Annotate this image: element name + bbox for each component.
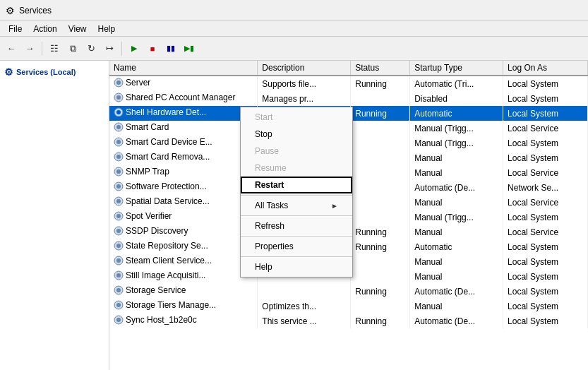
- cell-status: Running: [351, 225, 410, 239]
- ctx-item-label: All Tasks: [255, 201, 288, 210]
- table-row[interactable]: Server Supports file... Running Automati…: [109, 76, 588, 91]
- cell-startup: Manual (Trigg...: [410, 121, 503, 136]
- cell-logon: Local System: [503, 91, 588, 106]
- show-hide-tree-button[interactable]: ☷: [46, 40, 63, 57]
- ctx-separator: [241, 256, 352, 257]
- cell-startup: Manual (Trigg...: [410, 136, 503, 150]
- ctx-item-label: Restart: [255, 180, 284, 190]
- menu-file[interactable]: File: [3, 23, 28, 35]
- cell-startup: Automatic (De...: [410, 284, 503, 299]
- cell-logon: Local System: [503, 136, 588, 150]
- ctx-item-restart[interactable]: Restart: [241, 177, 352, 193]
- ctx-arrow-icon: ►: [331, 202, 338, 210]
- cell-name: Steam Client Service...: [109, 254, 258, 269]
- cell-desc: Optimizes th...: [258, 299, 351, 314]
- svg-point-29: [116, 288, 121, 292]
- cell-name: Shell Hardware Det...: [109, 106, 258, 121]
- ctx-item-all-tasks[interactable]: All Tasks►: [241, 197, 352, 214]
- ctx-item-pause: Pause: [241, 143, 352, 160]
- export-button[interactable]: ↦: [101, 40, 118, 57]
- cell-logon: Local System: [503, 284, 588, 299]
- table-row[interactable]: Sync Host_1b2e0c This service ... Runnin…: [109, 314, 588, 328]
- copy-button[interactable]: ⧉: [64, 40, 81, 57]
- cell-status: Running: [351, 284, 410, 299]
- svg-point-7: [116, 125, 121, 129]
- table-row[interactable]: Shared PC Account Manager Manages pr... …: [109, 91, 588, 106]
- table-row[interactable]: Storage Tiers Manage... Optimizes th... …: [109, 299, 588, 314]
- sidebar-icon: ⚙: [4, 66, 13, 78]
- back-button[interactable]: ←: [3, 40, 20, 57]
- cell-startup: Manual: [410, 150, 503, 165]
- cell-startup: Manual: [410, 165, 503, 180]
- cell-startup: Automatic (De...: [410, 314, 503, 328]
- cell-logon: Local System: [503, 76, 588, 91]
- cell-name: Spatial Data Service...: [109, 195, 258, 210]
- pause-service-button[interactable]: ▮▮: [162, 40, 179, 57]
- refresh-button[interactable]: ↻: [83, 40, 100, 57]
- start-service-button[interactable]: ▶: [126, 40, 143, 57]
- col-header-status[interactable]: Status: [351, 61, 410, 76]
- ctx-item-stop[interactable]: Stop: [241, 126, 352, 143]
- cell-status: Running: [351, 239, 410, 254]
- ctx-item-help[interactable]: Help: [241, 258, 352, 275]
- cell-startup: Automatic (Tri...: [410, 76, 503, 91]
- sidebar-header: ⚙ Services (Local): [3, 64, 106, 80]
- stop-service-button[interactable]: ■: [144, 40, 161, 57]
- svg-point-25: [116, 258, 121, 263]
- resume-service-button[interactable]: ▶▮: [181, 40, 198, 57]
- ctx-item-start: Start: [241, 109, 352, 126]
- cell-status: [351, 180, 410, 195]
- forward-button[interactable]: →: [21, 40, 38, 57]
- cell-status: [351, 210, 410, 225]
- svg-point-21: [116, 229, 121, 233]
- cell-name: SNMP Trap: [109, 165, 258, 180]
- menu-help[interactable]: Help: [92, 23, 121, 35]
- cell-logon: Local System: [503, 106, 588, 121]
- col-header-desc[interactable]: Description: [258, 61, 351, 76]
- toolbar-sep-1: [42, 42, 42, 56]
- col-header-name[interactable]: Name: [109, 61, 258, 76]
- svg-point-31: [116, 303, 121, 307]
- ctx-separator: [241, 236, 352, 237]
- sidebar: ⚙ Services (Local): [0, 61, 109, 370]
- svg-point-3: [116, 95, 121, 100]
- cell-startup: Manual: [410, 195, 503, 210]
- svg-point-27: [116, 273, 121, 278]
- cell-status: Running: [351, 314, 410, 328]
- cell-name: Smart Card Device E...: [109, 136, 258, 150]
- cell-name: Storage Service: [109, 284, 258, 299]
- main-area: ⚙ Services (Local) Name Description Stat…: [0, 61, 588, 370]
- table-row[interactable]: Storage Service Running Automatic (De...…: [109, 284, 588, 299]
- cell-logon: Local System: [503, 269, 588, 284]
- toolbar-sep-2: [121, 42, 122, 56]
- cell-name: Sync Host_1b2e0c: [109, 314, 258, 328]
- ctx-item-refresh[interactable]: Refresh: [241, 217, 352, 234]
- cell-logon: Local Service: [503, 195, 588, 210]
- svg-point-1: [116, 80, 121, 85]
- ctx-item-label: Pause: [255, 146, 279, 156]
- cell-logon: Network Se...: [503, 180, 588, 195]
- svg-point-33: [116, 318, 121, 322]
- cell-desc: Supports file...: [258, 76, 351, 91]
- cell-status: [351, 269, 410, 284]
- cell-name: Server: [109, 76, 258, 91]
- cell-status: [351, 150, 410, 165]
- menu-action[interactable]: Action: [28, 23, 62, 35]
- cell-startup: Manual (Trigg...: [410, 210, 503, 225]
- menu-view[interactable]: View: [63, 23, 92, 35]
- title-bar: ⚙ Services: [0, 0, 588, 21]
- sidebar-label: Services (Local): [16, 68, 76, 76]
- ctx-item-label: Refresh: [255, 221, 284, 231]
- ctx-item-properties[interactable]: Properties: [241, 238, 352, 255]
- col-header-logon[interactable]: Log On As: [503, 61, 588, 76]
- cell-logon: Local System: [503, 314, 588, 328]
- ctx-item-label: Resume: [255, 163, 287, 173]
- context-menu: StartStopPauseResumeRestartAll Tasks►Ref…: [240, 107, 353, 278]
- cell-status: [351, 254, 410, 269]
- table-area: Name Description Status Startup Type Log…: [109, 61, 588, 370]
- cell-logon: Local System: [503, 239, 588, 254]
- cell-status: [351, 195, 410, 210]
- cell-desc: This service ...: [258, 314, 351, 328]
- col-header-startup[interactable]: Startup Type: [410, 61, 503, 76]
- cell-name: Still Image Acquisiti...: [109, 269, 258, 284]
